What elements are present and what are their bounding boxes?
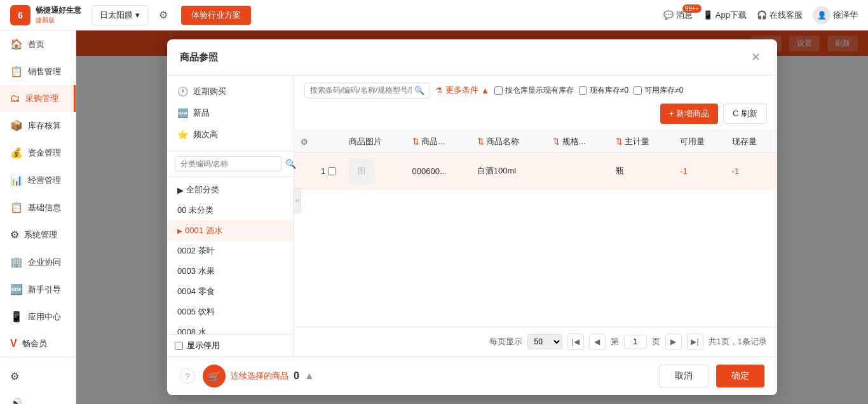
col-name-header[interactable]: ⇅ 商品名称 [471, 131, 546, 153]
usable-ne-group: 可用库存≠0 [634, 85, 683, 96]
cat-0008[interactable]: 0008 水 [167, 322, 294, 334]
sidebar-item-system[interactable]: ⚙ 系统管理 [0, 221, 76, 248]
confirm-btn[interactable]: 确定 [716, 365, 764, 387]
product-search-box: 🔍 [304, 83, 430, 98]
modal-toolbar: 🔍 ⚗ 更多条件 ▲ 按仓库显示现有库存 [294, 76, 777, 131]
show-disabled-checkbox[interactable] [175, 342, 183, 350]
row-number: 1 [321, 166, 325, 176]
available-ne-checkbox[interactable] [579, 86, 587, 95]
warehouse-checkbox[interactable] [494, 86, 503, 95]
filter-more-btn[interactable]: ⚗ 更多条件 ▲ [435, 82, 489, 98]
page-label: 第 [611, 336, 619, 347]
sidebar-item-inventory[interactable]: 📦 库存核算 [0, 112, 76, 139]
row-checkbox[interactable] [328, 167, 336, 175]
help-btn[interactable]: ? [180, 368, 195, 384]
sidebar-settings-btn[interactable]: ⚙ [0, 363, 76, 390]
app-download-label: App下载 [715, 10, 747, 21]
cat-0005[interactable]: 0005 饮料 [167, 302, 294, 322]
settings-icon[interactable]: ⚙ [153, 5, 173, 25]
cat-search-icon[interactable]: 🔍 [285, 159, 296, 169]
toolbar-right: + 新增商品 C 刷新 [660, 104, 767, 124]
cart-icon[interactable]: 🛒 [203, 365, 226, 387]
cat-0003[interactable]: 0003 水果 [167, 261, 294, 281]
cat-all-label: 全部分类 [186, 184, 219, 196]
col-settings[interactable]: ⚙ [294, 131, 315, 153]
col-img-header: 商品图片 [342, 131, 405, 153]
store-selector[interactable]: 日太阳膜 ▾ [92, 5, 148, 25]
online-service-btn[interactable]: 🎧 在线客服 [757, 10, 803, 21]
cat-all[interactable]: ▶ 全部分类 [167, 180, 294, 200]
user-avatar[interactable]: 👤 徐泽华 [813, 6, 858, 24]
inventory-icon: 📦 [10, 119, 23, 131]
cat-00-label: 00 未分类 [177, 205, 214, 216]
badge-plus: + [696, 6, 699, 12]
refresh-btn[interactable]: C 刷新 [723, 104, 767, 124]
content-area: 查询 设置 刷新 商品参照 ✕ [76, 30, 868, 404]
quick-tabs: 🕐 近期购买 🆕 新品 ⭐ 频次高 [167, 76, 294, 151]
phone-icon: 📱 [703, 10, 713, 20]
table-row[interactable]: 1 图 000600... 白酒100ml [294, 153, 777, 189]
col-spec-header[interactable]: ⇅ 规格... [546, 131, 609, 153]
enterprise-icon: 🏢 [10, 256, 23, 268]
add-product-btn[interactable]: + 新增商品 [660, 104, 718, 124]
logo-badge: 捷易版 [36, 16, 81, 25]
per-page-select[interactable]: 50 10 20 100 [527, 334, 562, 349]
service-label: 在线客服 [770, 10, 803, 21]
tab-recent[interactable]: 🕐 近期购买 [167, 81, 294, 102]
search-icon[interactable]: 🔍 [414, 86, 424, 95]
filter-btn-label: 更多条件 [445, 84, 478, 96]
prev-page-btn[interactable]: ◀ [589, 333, 606, 350]
category-search-input[interactable] [175, 156, 281, 172]
col-unit-header[interactable]: ⇅ 主计量 [609, 131, 674, 153]
trial-btn[interactable]: 体验行业方案 [181, 6, 251, 25]
sidebar: 🏠 首页 📋 销售管理 🗂 采购管理 📦 库存核算 💰 资金管理 📊 经营管理 … [0, 30, 76, 404]
modal-title: 商品参照 [180, 51, 218, 64]
sidebar-label-home: 首页 [28, 39, 44, 50]
last-page-btn[interactable]: ▶| [687, 333, 703, 350]
tab-new-label: 新品 [193, 107, 210, 119]
modal-right-panel: 🔍 ⚗ 更多条件 ▲ 按仓库显示现有库存 [294, 76, 777, 356]
col-checkbox [315, 131, 342, 153]
sidebar-item-home[interactable]: 🏠 首页 [0, 30, 76, 58]
cat-0004[interactable]: 0004 零食 [167, 281, 294, 302]
sales-icon: 📋 [10, 65, 23, 77]
cat-0002[interactable]: 0002 茶叶 [167, 241, 294, 261]
cat-0001[interactable]: ▶ 0001 酒水 [167, 220, 294, 241]
cat-00[interactable]: 00 未分类 [167, 200, 294, 220]
dropdown-arrow-icon: ▾ [135, 10, 140, 20]
footer-actions: 取消 确定 [659, 365, 764, 387]
messages-btn[interactable]: 💬 消息 99++ [663, 10, 693, 21]
username: 徐泽华 [833, 10, 858, 21]
row-spec [546, 153, 609, 189]
product-search-input[interactable] [310, 86, 412, 95]
purchase-icon: 🗂 [10, 93, 20, 104]
col-available-header: 可用量 [674, 131, 725, 153]
page-suffix: 页 [652, 336, 660, 347]
col-code-header[interactable]: ⇅ 商品... [406, 131, 471, 153]
tab-new[interactable]: 🆕 新品 [167, 102, 294, 124]
sidebar-item-member[interactable]: V 畅会员 [0, 330, 76, 357]
first-page-btn[interactable]: |◀ [567, 333, 584, 350]
headset-icon: 🎧 [757, 10, 767, 20]
sidebar-item-apps[interactable]: 📱 应用中心 [0, 303, 76, 330]
tab-frequent[interactable]: ⭐ 频次高 [167, 124, 294, 145]
sidebar-item-finance[interactable]: 💰 资金管理 [0, 139, 76, 166]
sidebar-label-enterprise: 企业协同 [28, 257, 61, 268]
sidebar-item-guide[interactable]: 🆕 新手引导 [0, 276, 76, 303]
page-number-input[interactable] [624, 335, 647, 349]
sidebar-item-basic[interactable]: 📋 基础信息 [0, 194, 76, 221]
next-page-btn[interactable]: ▶ [665, 333, 682, 350]
app-download-btn[interactable]: 📱 App下载 [703, 10, 747, 21]
cat-0004-label: 0004 零食 [177, 286, 215, 297]
modal-close-btn[interactable]: ✕ [747, 48, 764, 66]
sidebar-item-sales[interactable]: 📋 销售管理 [0, 58, 76, 85]
cancel-btn[interactable]: 取消 [659, 365, 709, 387]
sidebar-item-purchase[interactable]: 🗂 采购管理 [0, 85, 76, 112]
collapse-panel-btn[interactable]: ‹‹ [294, 188, 301, 213]
cat-0005-label: 0005 饮料 [177, 306, 215, 318]
sidebar-volume-btn[interactable]: 🔊 [0, 390, 76, 404]
footer-collapse-btn[interactable]: ▲ [304, 370, 315, 382]
usable-ne-checkbox[interactable] [634, 86, 642, 95]
sidebar-item-enterprise[interactable]: 🏢 企业协同 [0, 248, 76, 276]
sidebar-item-operation[interactable]: 📊 经营管理 [0, 166, 76, 194]
